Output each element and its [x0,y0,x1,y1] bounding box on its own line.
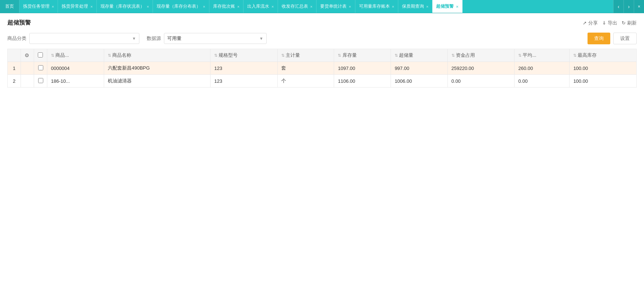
nav-left-arrow[interactable]: ‹ [613,0,623,13]
nav-tab-close-current-dist[interactable]: × [203,4,205,9]
td-product_code: 0000004 [47,62,104,75]
category-label: 商品分类 [7,35,26,42]
select-all-checkbox[interactable] [38,52,43,58]
query-button[interactable]: 查询 [588,33,610,44]
nav-tab-close-tuo-abnormal[interactable]: × [90,4,92,9]
td-stock_qty: 1106.00 [334,75,391,88]
nav-arrows: ‹ › × [613,0,644,13]
nav-tab-label-tuo-task: 拣货任务管理 [23,3,50,10]
th-label-overstock_qty: 超储量 [399,52,413,58]
nav-tab-close-tuo-task[interactable]: × [52,4,54,9]
nav-tab-label-in-out-flow: 出入库流水 [247,3,269,10]
td-overstock_qty: 997.00 [391,62,448,75]
nav-tab-tuo-task[interactable]: 拣货任务管理× [19,0,58,13]
refresh-action[interactable]: ↻ 刷新 [622,20,637,26]
nav-tab-close-in-out-flow[interactable]: × [271,4,274,9]
th-label-capital_occupied: 资金占用 [456,52,475,58]
nav-tab-close-current-stock[interactable]: × [147,4,149,9]
export-icon: ⇓ [602,20,606,26]
nav-tab-label-home: 首页 [5,3,14,10]
row-checkbox[interactable] [38,65,43,70]
nav-tab-label-avail-stock: 可用量库存账本 [359,3,390,10]
th-settings[interactable]: ⚙ [21,49,34,62]
nav-tab-avail-stock[interactable]: 可用量库存账本× [355,0,398,13]
td-capital_occupied: 259220.00 [447,62,515,75]
nav-tab-stock-batch[interactable]: 库存批次账× [209,0,244,13]
nav-tab-label-stock-batch: 库存批次账 [213,3,235,10]
th-capital_occupied[interactable]: 资金占用 [447,49,515,62]
nav-tab-label-current-stock: 现存量（库存状况表） [100,3,144,10]
th-row-num [8,49,21,62]
nav-tab-current-dist[interactable]: 现存量（库存分布表）× [153,0,209,13]
nav-tab-close-order-stat[interactable]: × [349,4,351,9]
nav-tab-label-order-stat: 要货单统计表 [320,3,347,10]
filter-buttons: 查询 设置 [588,33,637,44]
th-overstock_qty[interactable]: 超储量 [391,49,448,62]
share-action[interactable]: ➚ 分享 [583,20,598,26]
nav-tab-label-tuo-abnormal: 拣货异常处理 [62,3,88,10]
td-settings [21,62,34,75]
th-label-spec: 规格型号 [219,52,238,58]
td-capital_occupied: 0.00 [447,75,515,88]
nav-tab-label-current-dist: 现存量（库存分布表） [157,3,201,10]
nav-tab-close-quality-check[interactable]: × [426,4,428,9]
td-product_name: 六配套新昌490BPG [104,62,211,75]
settings-button[interactable]: 设置 [613,33,637,44]
nav-tab-recv-send[interactable]: 收发存汇总表× [278,0,316,13]
th-label-stock_qty: 库存量 [343,52,357,58]
nav-tab-current-stock[interactable]: 现存量（库存状况表）× [97,0,153,13]
nav-tab-home[interactable]: 首页 [0,0,19,13]
nav-tab-label-recv-send: 收发存汇总表 [282,3,308,10]
export-action[interactable]: ⇓ 导出 [602,20,617,26]
refresh-icon: ↻ [622,20,626,26]
td-stock_qty: 1097.00 [334,62,391,75]
nav-tab-label-quality-check: 保质期查询 [402,3,424,10]
td-unit: 套 [277,62,334,75]
td-product_name: 机油滤清器 [104,75,211,88]
th-label-avg: 平均... [523,52,536,58]
table-body: 10000004六配套新昌490BPG123套1097.00997.002592… [8,62,637,88]
datasource-select[interactable]: 可用量 ▼ [164,33,267,44]
th-label-product_name: 商品名称 [112,52,131,58]
td-product_code: 186-10... [47,75,104,88]
datasource-chevron-icon: ▼ [259,36,263,41]
nav-tab-close-overstock-warning[interactable]: × [456,4,458,9]
page-title: 超储预警 [7,19,31,27]
nav-tab-in-out-flow[interactable]: 出入库流水× [244,0,278,13]
nav-tab-order-stat[interactable]: 要货单统计表× [316,0,355,13]
nav-tab-close-recv-send[interactable]: × [310,4,312,9]
datasource-label: 数据源 [147,35,161,42]
th-spec[interactable]: 规格型号 [211,49,278,62]
nav-tab-tuo-abnormal[interactable]: 拣货异常处理× [58,0,96,13]
th-product_name[interactable]: 商品名称 [104,49,211,62]
nav-tab-overstock-warning[interactable]: 超储预警× [432,0,462,13]
share-icon: ➚ [583,20,587,26]
td-unit: 个 [277,75,334,88]
page-content: 超储预警 ➚ 分享 ⇓ 导出 ↻ 刷新 商品分类 ▼ 数据源 [0,13,644,293]
nav-tab-close-avail-stock[interactable]: × [392,4,394,9]
td-settings [21,75,34,88]
th-checkbox [34,49,47,62]
td-row-num: 2 [8,75,21,88]
td-overstock_qty: 1006.00 [391,75,448,88]
td-avg: 0.00 [515,75,570,88]
table-row: 10000004六配套新昌490BPG123套1097.00997.002592… [8,62,637,75]
nav-close-all[interactable]: × [634,0,644,13]
th-label-product_code: 商品... [55,52,69,58]
nav-right-arrow[interactable]: › [623,0,634,13]
nav-tab-close-stock-batch[interactable]: × [237,4,239,9]
nav-tab-quality-check[interactable]: 保质期查询× [398,0,432,13]
th-max_stock[interactable]: 最高库存 [570,49,637,62]
th-label-unit: 主计量 [286,52,300,58]
th-unit[interactable]: 主计量 [277,49,334,62]
row-checkbox[interactable] [38,78,43,83]
th-avg[interactable]: 平均... [515,49,570,62]
td-spec: 123 [211,75,278,88]
nav-tab-label-overstock-warning: 超储预警 [436,3,454,10]
category-select[interactable]: ▼ [29,33,139,44]
top-nav: 首页拣货任务管理×拣货异常处理×现存量（库存状况表）×现存量（库存分布表）×库存… [0,0,644,13]
gear-icon[interactable]: ⚙ [25,52,29,58]
category-chevron-icon: ▼ [132,36,136,41]
th-product_code[interactable]: 商品... [47,49,104,62]
th-stock_qty[interactable]: 库存量 [334,49,391,62]
